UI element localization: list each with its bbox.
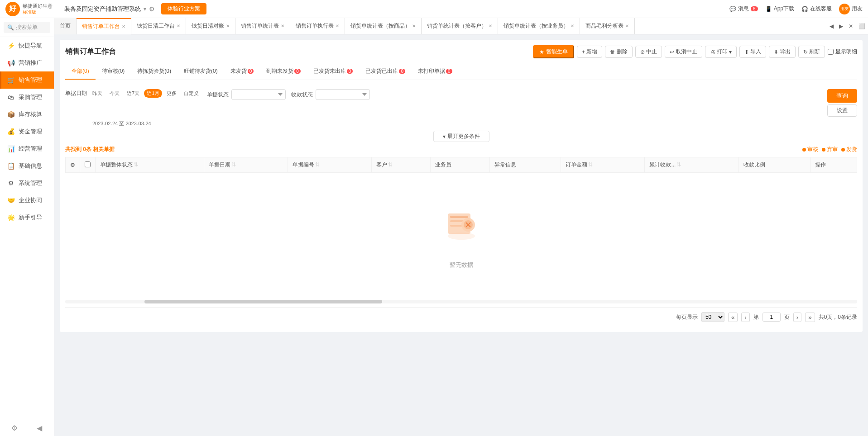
industry-button[interactable]: 体验行业方案 xyxy=(161,3,206,14)
tab-sales-stat[interactable]: 销售订单统计表 ✕ xyxy=(235,18,290,34)
status-select[interactable] xyxy=(231,89,286,100)
sidebar-collapse-btn[interactable]: ◀ xyxy=(29,424,51,432)
sidebar-item-system[interactable]: ⚙ 系统管理 xyxy=(0,175,54,192)
tab-cash-daily[interactable]: 钱货日清工作台 ✕ xyxy=(131,18,186,34)
filter-tab-not-shipped[interactable]: 未发货0 xyxy=(224,64,260,80)
tab-close-sales-order[interactable]: ✕ xyxy=(122,24,125,29)
tab-close-sales-stat[interactable]: ✕ xyxy=(281,24,284,28)
record-count: 共找到 0条 相关单据 xyxy=(65,146,115,153)
date-btn-yesterday[interactable]: 昨天 xyxy=(90,89,105,98)
export-button[interactable]: ⬇ 导出 xyxy=(769,46,796,58)
select-all-checkbox[interactable] xyxy=(85,161,91,167)
filter-tab-shipped-not-stored[interactable]: 已发货未出库0 xyxy=(307,64,360,80)
print-button[interactable]: 🖨 打印 ▾ xyxy=(705,46,737,58)
scrollbar-thumb[interactable] xyxy=(144,300,382,303)
sidebar-item-new-guide[interactable]: 🌟 新手引导 xyxy=(0,209,54,226)
query-button[interactable]: 查询 xyxy=(827,89,857,103)
filter-tab-not-printed[interactable]: 未打印单据0 xyxy=(412,64,459,80)
filter-tab-all[interactable]: 全部(0) xyxy=(65,64,96,80)
tab-nav-prev[interactable]: ◀ xyxy=(827,23,836,29)
sort-number-icon[interactable]: ⇅ xyxy=(315,161,320,168)
message-item[interactable]: 💬 消息 6 xyxy=(729,5,758,13)
page-size-select[interactable]: 50 10 20 100 xyxy=(701,312,724,322)
ship-action-btn[interactable]: 发货 xyxy=(841,146,857,153)
sidebar-item-inventory[interactable]: 📦 库存核算 xyxy=(0,106,54,123)
sidebar-search-area[interactable]: 🔍 搜索菜单 xyxy=(0,18,54,37)
first-page-button[interactable]: « xyxy=(728,313,738,322)
show-detail-label[interactable]: 显示明细 xyxy=(828,48,857,56)
tab-sales-summary1[interactable]: 销货单统计表（按商品） ✕ xyxy=(345,18,422,34)
sidebar-item-quick-nav[interactable]: ⚡ 快捷导航 xyxy=(0,37,54,54)
sidebar-item-marketing[interactable]: 📢 营销推广 xyxy=(0,54,54,71)
tab-close-summary2[interactable]: ✕ xyxy=(489,24,492,28)
tab-sales-summary3[interactable]: 销货单统计表（按业务员） ✕ xyxy=(498,18,580,34)
page-number-input[interactable] xyxy=(762,313,781,322)
last-page-button[interactable]: » xyxy=(805,313,815,322)
filter-tab-overdue[interactable]: 到期未发货0 xyxy=(260,64,307,80)
refresh-button[interactable]: ↻ 刷新 xyxy=(798,46,825,58)
filter-tab-pending-inspect[interactable]: 待拣货验货(0) xyxy=(131,64,177,80)
date-btn-custom[interactable]: 自定义 xyxy=(181,89,201,98)
tab-close-all[interactable]: ✕ xyxy=(846,23,856,29)
tab-close-margin[interactable]: ✕ xyxy=(625,24,629,28)
tab-nav-next[interactable]: ▶ xyxy=(836,23,846,29)
tab-sales-summary2[interactable]: 销货单统计表（按客户） ✕ xyxy=(422,18,498,34)
tab-close-summary3[interactable]: ✕ xyxy=(571,24,574,28)
sort-received-icon[interactable]: ⇅ xyxy=(676,161,681,168)
expand-conditions-button[interactable]: ▾ 展开更多条件 xyxy=(433,131,489,142)
app-download-item[interactable]: 📱 App下载 xyxy=(765,5,794,13)
cancel-review-action-btn[interactable]: 弃审 xyxy=(822,146,838,153)
sidebar-item-finance[interactable]: 💰 资金管理 xyxy=(0,123,54,140)
date-btn-more[interactable]: 更多 xyxy=(164,89,179,98)
sidebar-item-purchase[interactable]: 🛍 采购管理 xyxy=(0,89,54,106)
filter-tab-wangpu[interactable]: 旺铺待发货(0) xyxy=(177,64,224,80)
basic-info-icon: 📋 xyxy=(7,162,15,170)
date-btn-7days[interactable]: 近7天 xyxy=(124,89,142,98)
sidebar-item-basic-info[interactable]: 📋 基础信息 xyxy=(0,157,54,175)
cancel-stop-button[interactable]: ↩ 取消中止 xyxy=(665,46,702,58)
filter-tab-shipped-stored[interactable]: 已发货已出库0 xyxy=(359,64,412,80)
tab-close-sales-exec[interactable]: ✕ xyxy=(336,24,339,28)
tab-home[interactable]: 首页 xyxy=(54,18,77,34)
import-button[interactable]: ⬆ 导入 xyxy=(739,46,766,58)
next-page-button[interactable]: › xyxy=(793,313,801,322)
show-detail-checkbox[interactable] xyxy=(828,49,834,55)
sort-status-icon[interactable]: ⇅ xyxy=(134,161,138,168)
tab-margin-analysis[interactable]: 商品毛利分析表 ✕ xyxy=(580,18,635,34)
tab-close-cash-daily[interactable]: ✕ xyxy=(177,24,180,28)
sort-customer-icon[interactable]: ⇅ xyxy=(388,161,393,168)
date-btn-1month[interactable]: 近1月 xyxy=(144,89,162,98)
sort-date-icon[interactable]: ⇅ xyxy=(231,161,236,168)
stop-button[interactable]: ⊘ 中止 xyxy=(635,46,662,58)
review-action-btn[interactable]: 审核 xyxy=(802,146,818,153)
system-icon: ⚙ xyxy=(7,180,15,187)
user-item[interactable]: 用友 用友 xyxy=(839,4,863,14)
set-button[interactable]: 设置 xyxy=(827,104,857,117)
pay-status-select[interactable] xyxy=(316,89,370,100)
tab-sales-exec[interactable]: 销售订单执行表 ✕ xyxy=(290,18,345,34)
add-button[interactable]: + 新增 xyxy=(577,46,602,58)
th-settings[interactable]: ⚙ xyxy=(66,157,80,173)
tab-close-cash-reconcile[interactable]: ✕ xyxy=(226,24,230,28)
search-input-area[interactable]: 🔍 搜索菜单 xyxy=(4,22,50,33)
tab-cash-reconcile[interactable]: 钱货日清对账 ✕ xyxy=(186,18,235,34)
sidebar-item-enterprise[interactable]: 🤝 企业协同 xyxy=(0,192,54,209)
delete-button[interactable]: 🗑 删除 xyxy=(605,46,633,58)
not-printed-badge: 0 xyxy=(446,69,452,74)
horizontal-scrollbar[interactable] xyxy=(65,300,857,303)
sidebar-item-sales[interactable]: 🛒 销售管理 xyxy=(0,71,54,89)
tab-sales-order[interactable]: 销售订单工作台 ✕ xyxy=(77,18,131,34)
gear-icon[interactable]: ⚙ xyxy=(149,5,155,13)
prev-page-button[interactable]: ‹ xyxy=(741,313,749,322)
dropdown-icon[interactable]: ▾ xyxy=(144,6,146,12)
sort-amount-icon[interactable]: ⇅ xyxy=(588,161,593,168)
tab-maximize[interactable]: ⬜ xyxy=(856,23,868,29)
tab-close-summary1[interactable]: ✕ xyxy=(412,24,416,28)
sidebar-settings-btn[interactable]: ⚙ xyxy=(4,424,25,432)
online-service-item[interactable]: 🎧 在线客服 xyxy=(801,5,832,13)
filter-tab-pending-review[interactable]: 待审核(0) xyxy=(96,64,131,80)
sidebar-item-operation[interactable]: 📊 经营管理 xyxy=(0,140,54,157)
smart-create-button[interactable]: ★ 智能生单 xyxy=(533,45,574,58)
date-btn-today[interactable]: 今天 xyxy=(107,89,122,98)
th-checkbox[interactable] xyxy=(80,157,96,173)
